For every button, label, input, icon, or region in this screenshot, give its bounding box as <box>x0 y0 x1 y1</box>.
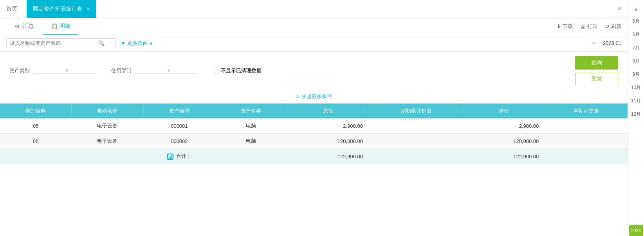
total-accumulated-depreciation <box>369 149 463 164</box>
col-current-depreciation: 本期计提折 <box>545 104 628 118</box>
cell-category-name: 电子设备 <box>72 134 144 149</box>
cell-accumulated-depreciation <box>369 118 463 134</box>
cell-original-value: 120,000.00 <box>287 134 369 149</box>
col-original-value: 原值 <box>287 104 369 118</box>
cell-original-value: 2,900.00 <box>287 118 369 134</box>
sidebar-month-9[interactable]: 9月 <box>629 68 643 80</box>
chevron-right-icon: > <box>592 41 595 46</box>
col-accumulated-depreciation: 期初累计折旧 <box>369 104 463 118</box>
table-header-row: 类别编码 类别名称 资产编码 资产名称 原值 期初累计折旧 净值 本期计提折 <box>0 104 628 118</box>
window-close-button[interactable]: × <box>617 5 621 13</box>
filter-bar: 🔍 ▼ 更多条件 ∨ > 2023.01 <box>0 35 628 52</box>
sidebar-month-12[interactable]: 12月 <box>629 108 643 120</box>
print-icon: 🖨 <box>581 23 586 29</box>
download-icon: ⬇ <box>557 23 561 29</box>
table-row: 05 电子设备 000001 电脑 2,900.00 2,900.00 <box>0 118 628 134</box>
search-input[interactable] <box>10 40 96 46</box>
department-label: 使用部门 <box>111 67 132 74</box>
right-sidebar: ▲ 5月 6月 7月 8月 9月 10月 11月 12月 2023 <box>628 0 644 236</box>
date-label: 2023.01 <box>603 40 621 46</box>
summary-icon: ⊛ <box>14 23 20 29</box>
data-table-wrap: 类别编码 类别名称 资产编码 资产名称 原值 期初累计折旧 净值 本期计提折 0… <box>0 104 628 236</box>
cell-asset-name: 电脑 <box>215 118 287 134</box>
asset-category-label: 资产类别 <box>9 67 30 74</box>
col-asset-code: 资产编码 <box>143 104 215 118</box>
sidebar-month-5[interactable]: 5月 <box>629 15 643 27</box>
cell-current-depreciation <box>545 134 628 149</box>
refresh-button[interactable]: ↺ 刷新 <box>605 23 621 30</box>
data-table: 类别编码 类别名称 资产编码 资产名称 原值 期初累计折旧 净值 本期计提折 0… <box>0 104 628 164</box>
col-asset-name: 资产名称 <box>215 104 287 118</box>
filter-row: 资产类别 ▼ 使用部门 ▼ 不显示已清理数据 查询 重置 <box>9 56 618 85</box>
download-button[interactable]: ⬇ 下载 <box>557 23 573 30</box>
advanced-filter: 资产类别 ▼ 使用部门 ▼ 不显示已清理数据 查询 重置 <box>0 52 628 104</box>
sidebar-scroll-up[interactable]: ▲ <box>629 3 643 14</box>
col-net-value: 净值 <box>463 104 545 118</box>
total-net-value: 122,900.00 <box>463 149 545 164</box>
expand-button[interactable]: > <box>589 39 598 48</box>
department-arrow: ▼ <box>167 68 196 73</box>
tab-close-button[interactable]: × <box>87 6 90 12</box>
tab-bar: ⊛ 汇总 📋 明细 ⬇ 下载 🖨 打印 ↺ 刷新 <box>0 18 628 35</box>
query-button[interactable]: 查询 <box>575 56 618 70</box>
toolbar-actions: ⬇ 下载 🖨 打印 ↺ 刷新 <box>557 23 621 30</box>
collapse-icon: ∧ <box>296 93 301 99</box>
sidebar-year-badge[interactable]: 2023 <box>629 225 643 236</box>
tab-summary[interactable]: ⊛ 汇总 <box>6 18 41 35</box>
detail-icon: 📋 <box>51 23 57 29</box>
department-field: 使用部门 ▼ <box>111 67 197 74</box>
refresh-icon: ↺ <box>605 23 610 29</box>
asset-category-field: 资产类别 ▼ <box>9 67 96 74</box>
table-row: 05 电子设备 000002 电脑 120,000.00 120,000.00 <box>0 134 628 149</box>
sidebar-month-10[interactable]: 10月 <box>629 81 643 94</box>
cell-accumulated-depreciation <box>369 134 463 149</box>
tab-title: 固定资产折旧统计表 <box>33 5 82 13</box>
print-button[interactable]: 🖨 打印 <box>581 23 597 30</box>
col-category-code: 类别编码 <box>0 104 72 118</box>
total-label: 📊 合计： <box>72 149 287 164</box>
sidebar-month-6[interactable]: 6月 <box>629 28 643 41</box>
department-select[interactable]: ▼ <box>135 68 197 74</box>
total-icon-cell <box>0 149 72 164</box>
no-cleared-label: 不显示已清理数据 <box>221 67 262 74</box>
tab-detail[interactable]: 📋 明细 <box>43 18 78 35</box>
total-original-value: 122,900.00 <box>287 149 369 164</box>
col-category-name: 类别名称 <box>72 104 144 118</box>
sidebar-month-8[interactable]: 8月 <box>629 55 643 67</box>
asset-category-select[interactable]: ▼ <box>33 68 96 74</box>
no-cleared-checkbox[interactable] <box>213 68 218 73</box>
search-wrap: 🔍 <box>6 38 116 48</box>
sidebar-month-7[interactable]: 7月 <box>629 41 643 54</box>
active-tab: 固定资产折旧统计表 × <box>27 0 96 18</box>
filter-icon: ▼ <box>121 40 126 46</box>
home-link[interactable]: 首页 <box>6 5 17 13</box>
chevron-down-icon: ∨ <box>149 40 153 46</box>
cell-asset-code: 000001 <box>143 118 215 134</box>
cell-asset-code: 000002 <box>143 134 215 149</box>
cell-category-code: 05 <box>0 118 72 134</box>
cell-current-depreciation <box>545 118 628 134</box>
top-nav: 首页 固定资产折旧统计表 × × <box>0 0 628 18</box>
sidebar-month-11[interactable]: 11月 <box>629 95 643 107</box>
total-current-depreciation <box>545 149 628 164</box>
no-cleared-field[interactable]: 不显示已清理数据 <box>213 67 262 74</box>
cell-category-name: 电子设备 <box>72 118 144 134</box>
filter-actions: 查询 重置 <box>575 56 618 85</box>
more-conditions-button[interactable]: ▼ 更多条件 ∨ <box>121 40 153 47</box>
view-tabs: ⊛ 汇总 📋 明细 <box>6 18 78 35</box>
cell-net-value: 120,000.00 <box>463 134 545 149</box>
cell-net-value: 2,900.00 <box>463 118 545 134</box>
collapse-button[interactable]: ∧ 收起更多条件 <box>9 90 618 103</box>
total-badge-icon: 📊 <box>167 154 173 160</box>
cell-asset-name: 电脑 <box>215 134 287 149</box>
search-icon: 🔍 <box>98 40 105 46</box>
asset-category-arrow: ▼ <box>65 68 94 73</box>
total-row: 📊 合计： 122,900.00 122,900.00 <box>0 149 628 164</box>
reset-button[interactable]: 重置 <box>575 73 618 85</box>
cell-category-code: 05 <box>0 134 72 149</box>
